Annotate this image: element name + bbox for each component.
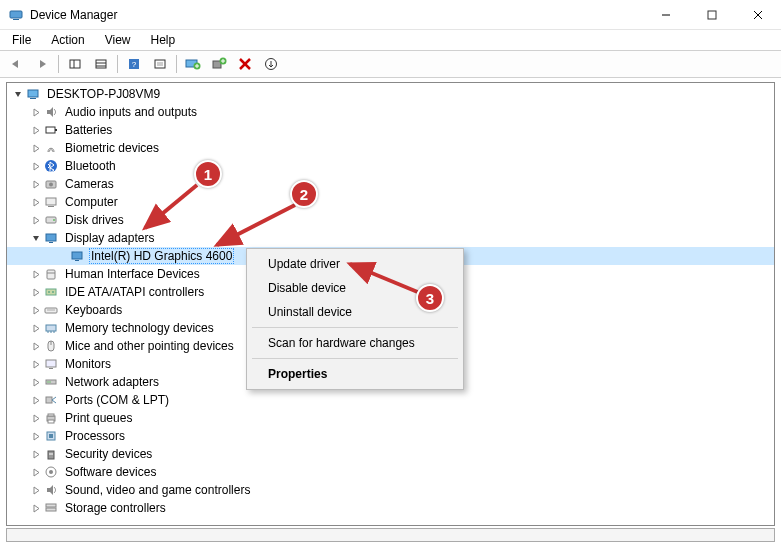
ctx-separator [252,358,458,359]
maximize-button[interactable] [689,0,735,30]
menu-help[interactable]: Help [143,31,184,49]
tree-item-label: Audio inputs and outputs [63,105,199,119]
expand-icon[interactable] [29,105,43,119]
title-bar: Device Manager [0,0,781,30]
tree-category[interactable]: Audio inputs and outputs [7,103,774,121]
app-icon [8,7,24,23]
tree-item-label: Storage controllers [63,501,168,515]
svg-rect-0 [10,11,22,18]
disable-button[interactable] [259,53,283,75]
expand-icon[interactable] [29,123,43,137]
tree-category[interactable]: Software devices [7,463,774,481]
properties-button[interactable] [89,53,113,75]
pc-icon [25,86,41,102]
expand-icon[interactable] [29,285,43,299]
svg-rect-62 [49,453,53,455]
tree-category[interactable]: Cameras [7,175,774,193]
collapse-icon[interactable] [11,87,25,101]
expand-icon[interactable] [29,213,43,227]
collapse-icon[interactable] [29,231,43,245]
expand-icon[interactable] [29,501,43,515]
tree-item-label: Mice and other pointing devices [63,339,236,353]
minimize-button[interactable] [643,0,689,30]
svg-point-28 [49,183,53,187]
tree-category[interactable]: Storage controllers [7,499,774,517]
svg-point-54 [49,381,51,383]
tree-category[interactable]: Disk drives [7,211,774,229]
tree-item-label: Network adapters [63,375,161,389]
expand-icon[interactable] [29,411,43,425]
uninstall-button[interactable] [233,53,257,75]
tree-category-display-adapters[interactable]: Display adapters [7,229,774,247]
expand-icon[interactable] [29,177,43,191]
tree-item-label: Keyboards [63,303,124,317]
expand-icon[interactable] [29,303,43,317]
mouse-icon [43,338,59,354]
svg-rect-25 [55,129,57,131]
expand-icon[interactable] [29,321,43,335]
help-button[interactable]: ? [122,53,146,75]
tree-root[interactable]: DESKTOP-PJ08VM9 [7,85,774,103]
svg-rect-1 [13,19,19,20]
tree-category[interactable]: Ports (COM & LPT) [7,391,774,409]
svg-rect-6 [70,60,80,68]
tree-category[interactable]: Biometric devices [7,139,774,157]
tree-category[interactable]: Batteries [7,121,774,139]
svg-rect-34 [49,242,53,243]
ctx-update-driver[interactable]: Update driver [250,252,460,276]
expand-icon[interactable] [29,465,43,479]
back-button[interactable] [4,53,28,75]
expand-icon[interactable] [29,339,43,353]
expand-icon[interactable] [29,357,43,371]
tree-category[interactable]: Security devices [7,445,774,463]
svg-rect-33 [46,234,56,241]
tree-category[interactable]: Bluetooth [7,157,774,175]
printer-icon [43,410,59,426]
ctx-separator [252,327,458,328]
forward-button[interactable] [30,53,54,75]
scan-hardware-button[interactable] [207,53,231,75]
svg-rect-50 [46,360,56,367]
expand-icon[interactable] [29,447,43,461]
window-title: Device Manager [30,8,643,22]
menu-view[interactable]: View [97,31,139,49]
svg-rect-14 [157,62,163,66]
expand-icon[interactable] [29,267,43,281]
svg-rect-57 [48,414,54,416]
audio-icon [43,104,59,120]
expand-icon[interactable] [29,159,43,173]
computer-icon [43,194,59,210]
tree-item-label: Biometric devices [63,141,161,155]
sound-icon [43,482,59,498]
expand-icon[interactable] [29,141,43,155]
tree-item-label: Batteries [63,123,114,137]
tree-item-label: Disk drives [63,213,126,227]
memory-icon [43,320,59,336]
menu-file[interactable]: File [4,31,39,49]
update-driver-button[interactable] [181,53,205,75]
close-button[interactable] [735,0,781,30]
tree-item-label: Display adapters [63,231,156,245]
show-hidden-button[interactable] [63,53,87,75]
expand-icon[interactable] [29,429,43,443]
expand-icon[interactable] [29,195,43,209]
battery-icon [43,122,59,138]
tree-category[interactable]: Computer [7,193,774,211]
expand-icon[interactable] [29,375,43,389]
ctx-properties[interactable]: Properties [250,362,460,386]
action-button[interactable] [148,53,172,75]
ctx-scan-hardware[interactable]: Scan for hardware changes [250,331,460,355]
svg-point-64 [49,470,53,474]
svg-rect-30 [48,206,54,207]
tree-item-label: Print queues [63,411,134,425]
tree-category[interactable]: Print queues [7,409,774,427]
tree-item-label: Monitors [63,357,113,371]
expand-icon[interactable] [29,393,43,407]
menu-action[interactable]: Action [43,31,92,49]
tree-category[interactable]: Processors [7,427,774,445]
expand-icon[interactable] [29,483,43,497]
tree-item-label: Security devices [63,447,154,461]
svg-rect-29 [46,198,56,205]
tree-category[interactable]: Sound, video and game controllers [7,481,774,499]
callout-badge-2: 2 [290,180,318,208]
